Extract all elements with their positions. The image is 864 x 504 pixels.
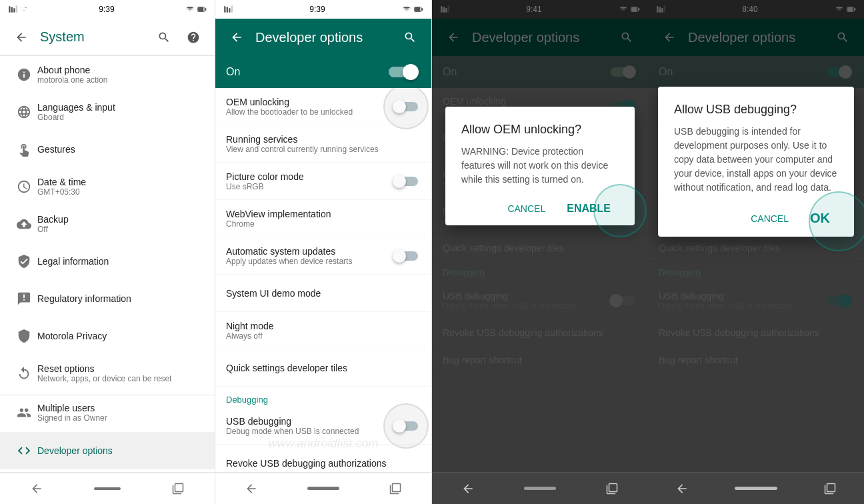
dialog-body-3: WARNING: Device protection features will…: [461, 145, 619, 187]
running-services-item[interactable]: Running services View and control curren…: [215, 125, 431, 163]
bottom-nav-2: [215, 472, 431, 504]
bottom-nav-1: [0, 472, 215, 504]
enable-circle-highlight: [593, 184, 647, 237]
oem-unlocking-item[interactable]: OEM unlocking Allow the bootloader to be…: [215, 88, 431, 125]
app-bar-title-developer: Developer options: [255, 30, 391, 45]
status-bar-2: 9:39: [215, 0, 431, 19]
developer-settings-list: OEM unlocking Allow the bootloader to be…: [215, 88, 431, 472]
svg-rect-7: [224, 6, 225, 12]
developer-on-toggle[interactable]: [386, 62, 421, 82]
webview-item[interactable]: WebView implementation Chrome: [215, 200, 431, 237]
reset-icon: [11, 366, 37, 381]
nav-back-1[interactable]: [21, 473, 53, 505]
oem-toggle-thumb: [393, 100, 406, 113]
panel-usb-dialog: 8:40 Developer options On OEM unlocking …: [648, 0, 864, 504]
svg-rect-13: [415, 7, 420, 11]
dialog-title-4: Allow USB debugging?: [674, 103, 838, 117]
developer-on-header: On: [215, 56, 431, 88]
bottom-nav-4: [648, 472, 864, 504]
ok-circle-highlight: [809, 191, 864, 251]
developer-icon: [11, 443, 37, 458]
status-icons-left-2: [223, 5, 233, 14]
app-bar-system: System: [0, 19, 215, 56]
status-icons-left: [8, 5, 28, 14]
svg-rect-3: [16, 5, 17, 13]
picture-color-toggle[interactable]: [391, 173, 421, 189]
usb-debugging-item[interactable]: USB debugging Debug mode when USB is con…: [215, 407, 431, 445]
users-icon: [11, 405, 37, 420]
night-mode-item[interactable]: Night mode Always off: [215, 312, 431, 349]
nav-back-4[interactable]: [666, 473, 698, 505]
sidebar-item-date-time[interactable]: Date & time GMT+05:30: [0, 168, 215, 205]
home-pill-4[interactable]: [735, 487, 777, 490]
nav-back-2[interactable]: [235, 473, 267, 505]
nav-home-pill[interactable]: [94, 487, 121, 490]
panel-oem-dialog: 9:41 Developer options On OEM unlocking …: [432, 0, 648, 504]
demo-mode-item[interactable]: System UI demo mode: [215, 275, 431, 312]
help-button[interactable]: [183, 27, 204, 48]
clock-icon: [11, 179, 37, 194]
svg-rect-5: [205, 8, 206, 11]
sidebar-item-reset[interactable]: Reset options Network, apps, or device c…: [0, 355, 215, 392]
picture-color-item[interactable]: Picture color mode Use sRGB: [215, 163, 431, 200]
legal-icon: [11, 254, 37, 269]
sidebar-item-gestures[interactable]: Gestures: [0, 131, 215, 168]
nav-recents-3[interactable]: [596, 473, 628, 505]
time-2: 9:39: [309, 5, 325, 14]
sidebar-item-backup[interactable]: Backup Off: [0, 205, 215, 243]
svg-rect-1: [11, 7, 13, 13]
oem-dialog: Allow OEM unlocking? WARNING: Device pro…: [445, 107, 635, 225]
sidebar-list: About phone motorola one action Language…: [0, 56, 215, 472]
sidebar-item-privacy[interactable]: Motorola Privacy: [0, 317, 215, 355]
home-pill-3[interactable]: [524, 487, 556, 490]
auto-updates-toggle[interactable]: [391, 248, 421, 264]
svg-rect-12: [421, 8, 423, 11]
nav-recents-1[interactable]: [162, 473, 194, 505]
status-icons-right: [185, 5, 207, 14]
status-icons-right-2: [402, 5, 423, 14]
usb-debug-toggle[interactable]: [391, 418, 421, 434]
status-bar-1: 9:39: [0, 0, 215, 19]
info-icon: [11, 67, 37, 82]
language-icon: [11, 105, 37, 119]
back-button-2[interactable]: [226, 27, 247, 48]
oem-toggle[interactable]: [391, 99, 421, 115]
app-bar-title-system: System: [40, 29, 145, 45]
dialog-cancel-3[interactable]: Cancel: [499, 197, 553, 220]
gestures-icon: [11, 142, 37, 157]
back-button[interactable]: [11, 27, 32, 48]
revoke-usb-item[interactable]: Revoke USB debugging authorizations: [215, 445, 431, 472]
search-button-1[interactable]: [153, 27, 175, 48]
search-button-2[interactable]: [399, 27, 421, 48]
sidebar-item-about[interactable]: About phone motorola one action: [0, 56, 215, 93]
privacy-icon: [11, 329, 37, 343]
home-pill-2[interactable]: [307, 487, 339, 490]
quick-tiles-item[interactable]: Quick settings developer tiles: [215, 349, 431, 387]
auto-updates-item[interactable]: Automatic system updates Apply updates w…: [215, 237, 431, 275]
panel-developer-options: 9:39 Developer options On OEM unlocking …: [215, 0, 432, 504]
svg-rect-8: [227, 7, 228, 13]
svg-rect-9: [229, 8, 230, 12]
sidebar-item-regulatory[interactable]: Regulatory information: [0, 280, 215, 317]
nav-recents-4[interactable]: [814, 473, 846, 505]
svg-rect-0: [9, 6, 10, 12]
usb-dialog: Allow USB debugging? USB debugging is in…: [658, 87, 854, 237]
nav-back-3[interactable]: [452, 473, 484, 505]
dialog-title-3: Allow OEM unlocking?: [461, 123, 619, 137]
svg-rect-2: [13, 8, 15, 12]
dialog-body-4: USB debugging is intended for developmen…: [674, 125, 838, 195]
bottom-nav-3: [432, 472, 648, 504]
app-bar-developer: Developer options: [215, 19, 431, 56]
nav-recents-2[interactable]: [379, 473, 411, 505]
sidebar-item-users[interactable]: Multiple users Signed in as Owner: [0, 395, 215, 432]
regulatory-icon: [11, 291, 37, 306]
svg-rect-10: [231, 5, 233, 13]
backup-icon: [11, 217, 37, 231]
sidebar-item-languages[interactable]: Languages & input Gboard: [0, 93, 215, 131]
svg-rect-6: [198, 7, 203, 11]
sidebar-item-developer[interactable]: Developer options: [0, 432, 215, 469]
toggle-thumb: [403, 64, 419, 80]
sidebar-item-legal[interactable]: Legal information: [0, 243, 215, 280]
time-1: 9:39: [99, 5, 114, 14]
dialog-cancel-4[interactable]: Cancel: [743, 205, 797, 231]
